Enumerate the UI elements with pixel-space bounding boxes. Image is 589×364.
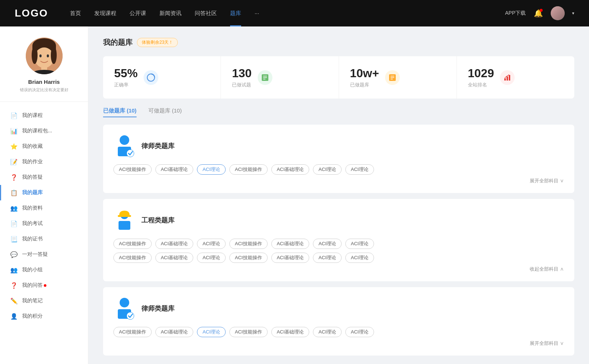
avatar[interactable] bbox=[551, 6, 565, 20]
sidebar-item-favorites[interactable]: ⭐ 我的收藏 bbox=[0, 139, 88, 154]
bank-tag-1-r2-5[interactable]: ACI理论 bbox=[313, 253, 342, 263]
bank-tag-1-r2-0[interactable]: ACI技能操作 bbox=[113, 253, 152, 263]
bank-tag-1-0[interactable]: ACI技能操作 bbox=[113, 239, 152, 249]
tab-available-banks[interactable]: 可做题库 (10) bbox=[148, 107, 182, 117]
bank-tag-2-2[interactable]: ACI理论 bbox=[197, 327, 226, 337]
chevron-down-icon[interactable]: ▾ bbox=[572, 11, 574, 16]
accuracy-label: 正确率 bbox=[114, 82, 138, 88]
svg-point-5 bbox=[51, 46, 57, 64]
bank-tag-0-3[interactable]: ACI技能操作 bbox=[229, 164, 268, 175]
lawyer-icon-2 bbox=[113, 296, 135, 321]
navbar-links: 首页 发现课程 公开课 新闻资讯 问答社区 题库 ··· bbox=[70, 10, 505, 17]
sidebar-item-answers[interactable]: ❓ 我的答疑 bbox=[0, 169, 88, 185]
done-questions-icon bbox=[258, 70, 272, 85]
bank-header-1: 工程类题库 bbox=[113, 208, 564, 233]
bank-expand-2[interactable]: 展开全部科目 ∨ bbox=[113, 340, 564, 347]
bank-tag-2-3[interactable]: ACI技能操作 bbox=[229, 327, 268, 337]
sidebar-item-profile[interactable]: 👥 我的资料 bbox=[0, 200, 88, 216]
sidebar-item-tutoring[interactable]: 💬 一对一答疑 bbox=[0, 247, 88, 262]
lawyer-icon-0 bbox=[113, 133, 135, 158]
courses-icon: 📄 bbox=[10, 112, 18, 119]
engineer-icon-1 bbox=[113, 208, 135, 233]
bank-tag-1-3[interactable]: ACI技能操作 bbox=[229, 239, 268, 249]
bank-tags-2: ACI技能操作 ACI基础理论 ACI理论 ACI技能操作 ACI基础理论 AC… bbox=[113, 327, 564, 337]
sidebar-item-homework[interactable]: 📝 我的作业 bbox=[0, 154, 88, 169]
bank-tag-0-5[interactable]: ACI理论 bbox=[313, 164, 342, 175]
exams-icon: 📄 bbox=[10, 220, 18, 227]
sidebar-item-groups[interactable]: 👥 我的小组 bbox=[0, 262, 88, 278]
bank-name-1: 工程类题库 bbox=[141, 216, 174, 225]
sidebar-item-qna[interactable]: ❓ 我的问答 bbox=[0, 278, 88, 293]
svg-rect-20 bbox=[507, 76, 508, 81]
sidebar-item-bank[interactable]: 📋 我的题库 bbox=[0, 185, 88, 200]
bank-section-0: 律师类题库 ACI技能操作 ACI基础理论 ACI理论 ACI技能操作 ACI基… bbox=[103, 125, 574, 193]
certificate-icon: 📃 bbox=[10, 235, 18, 243]
nav-qa[interactable]: 问答社区 bbox=[195, 10, 217, 17]
bank-tag-1-r2-6[interactable]: ACI理论 bbox=[345, 253, 374, 263]
stat-done-banks: 10w+ 已做题库 bbox=[339, 56, 457, 99]
svg-point-24 bbox=[127, 150, 134, 157]
bank-tag-1-4[interactable]: ACI基础理论 bbox=[271, 239, 310, 249]
bank-tag-2-6[interactable]: ACI理论 bbox=[345, 327, 374, 337]
bank-tag-0-4[interactable]: ACI基础理论 bbox=[271, 164, 310, 175]
sidebar-item-courses[interactable]: 📄 我的课程 bbox=[0, 108, 88, 123]
sidebar-item-points[interactable]: 👤 我的积分 bbox=[0, 308, 88, 324]
homework-icon: 📝 bbox=[10, 158, 18, 165]
nav-bank[interactable]: 题库 bbox=[230, 10, 241, 17]
nav-home[interactable]: 首页 bbox=[70, 10, 81, 17]
bank-tag-0-0[interactable]: ACI技能操作 bbox=[113, 164, 152, 175]
bank-tag-0-2[interactable]: ACI理论 bbox=[197, 164, 226, 175]
notes-icon: ✏️ bbox=[10, 297, 18, 304]
favorites-icon: ⭐ bbox=[10, 143, 18, 150]
tutoring-icon: 💬 bbox=[10, 251, 18, 258]
page-wrap: Brian Harris 错误的决定比没有决定要好 📄 我的课程 📊 我的课程包… bbox=[0, 26, 589, 364]
sidebar-item-notes[interactable]: ✏️ 我的笔记 bbox=[0, 293, 88, 308]
nav-more[interactable]: ··· bbox=[254, 10, 259, 17]
profile-icon: 👥 bbox=[10, 204, 18, 212]
course-pack-icon: 📊 bbox=[10, 127, 18, 135]
svg-point-6 bbox=[39, 54, 42, 57]
sidebar-item-course-pack[interactable]: 📊 我的课程包... bbox=[0, 123, 88, 139]
nav-news[interactable]: 新闻资讯 bbox=[159, 10, 181, 17]
bank-tag-1-5[interactable]: ACI理论 bbox=[313, 239, 342, 249]
bank-expand-1[interactable]: 收起全部科目 ∧ bbox=[113, 266, 564, 272]
bank-tag-2-0[interactable]: ACI技能操作 bbox=[113, 327, 152, 337]
bank-tag-1-6[interactable]: ACI理论 bbox=[345, 239, 374, 249]
navbar-logo: LOGO bbox=[15, 7, 48, 19]
bank-tag-0-6[interactable]: ACI理论 bbox=[345, 164, 374, 175]
bank-tag-2-5[interactable]: ACI理论 bbox=[313, 327, 342, 337]
bank-expand-0[interactable]: 展开全部科目 ∨ bbox=[113, 178, 564, 184]
rank-icon bbox=[500, 70, 515, 85]
page-title: 我的题库 bbox=[103, 38, 133, 47]
done-questions-label: 已做试题 bbox=[232, 82, 251, 88]
bank-name-2: 律师类题库 bbox=[141, 304, 174, 313]
bank-header-0: 律师类题库 bbox=[113, 133, 564, 158]
trial-badge: 体验剩余23天！ bbox=[137, 38, 178, 47]
sidebar-item-exams[interactable]: 📄 我的考试 bbox=[0, 216, 88, 231]
bank-tag-1-r2-3[interactable]: ACI技能操作 bbox=[229, 253, 268, 263]
stats-row: 55% 正确率 130 已做试题 bbox=[103, 56, 574, 99]
svg-point-30 bbox=[127, 312, 134, 320]
bank-tag-1-2[interactable]: ACI理论 bbox=[197, 239, 226, 249]
bank-tag-1-r2-4[interactable]: ACI基础理论 bbox=[271, 253, 310, 263]
bank-tag-1-1[interactable]: ACI基础理论 bbox=[155, 239, 194, 249]
accuracy-icon bbox=[144, 70, 158, 85]
bank-name-0: 律师类题库 bbox=[141, 142, 174, 150]
bank-tag-1-r2-2[interactable]: ACI理论 bbox=[197, 253, 226, 263]
tab-done-banks[interactable]: 已做题库 (10) bbox=[103, 107, 137, 117]
nav-open-course[interactable]: 公开课 bbox=[130, 10, 146, 17]
bank-tag-2-4[interactable]: ACI基础理论 bbox=[271, 327, 310, 337]
svg-point-28 bbox=[120, 298, 129, 307]
navbar: LOGO 首页 发现课程 公开课 新闻资讯 问答社区 题库 ··· APP下载 … bbox=[0, 0, 589, 26]
sidebar-item-certificate[interactable]: 📃 我的证书 bbox=[0, 231, 88, 247]
notification-dot bbox=[540, 9, 543, 12]
app-download-button[interactable]: APP下载 bbox=[505, 10, 526, 17]
bank-tag-1-r2-1[interactable]: ACI基础理论 bbox=[155, 253, 194, 263]
notification-bell[interactable]: 🔔 bbox=[533, 8, 543, 18]
bank-tag-2-1[interactable]: ACI基础理论 bbox=[155, 327, 194, 337]
svg-point-3 bbox=[35, 47, 54, 68]
nav-discover[interactable]: 发现课程 bbox=[94, 10, 116, 17]
bank-tags-row1-1: ACI技能操作 ACI基础理论 ACI理论 ACI技能操作 ACI基础理论 AC… bbox=[113, 239, 564, 249]
bank-tag-0-1[interactable]: ACI基础理论 bbox=[155, 164, 194, 175]
done-banks-label: 已做题库 bbox=[350, 82, 379, 88]
